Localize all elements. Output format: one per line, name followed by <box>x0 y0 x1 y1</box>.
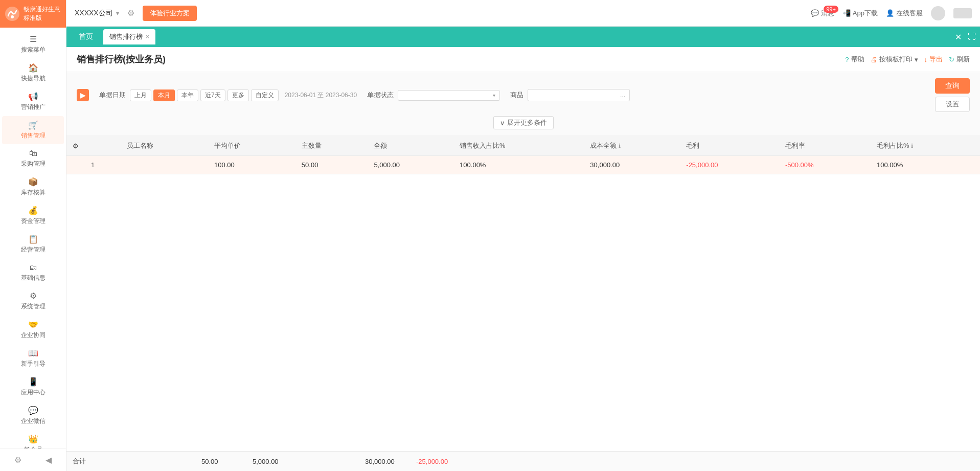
query-button[interactable]: 查询 <box>935 78 970 94</box>
sidebar-item-operation[interactable]: 📋 经营管理 <box>2 230 64 258</box>
sidebar: 畅康通好生意 标准版 ☰ 搜索菜单 🏠 快捷导航 📢 营销推广 🛒 销售管理 🛍… <box>0 0 66 471</box>
filter-goods-item: 商品 ... <box>510 89 630 101</box>
sidebar-nav: ☰ 搜索菜单 🏠 快捷导航 📢 营销推广 🛒 销售管理 🛍 采购管理 📦 库存核… <box>0 28 66 448</box>
app-download-button[interactable]: 📲 App下载 <box>842 9 878 18</box>
th-amount: 全额 <box>368 136 453 156</box>
status-filter-label: 单据状态 <box>367 91 394 100</box>
th-cost: 成本全额 ℹ <box>584 136 680 156</box>
wechat-icon: 💬 <box>28 406 38 415</box>
sidebar-item-search[interactable]: ☰ 搜索菜单 <box>2 30 64 58</box>
sidebar-item-label: 基础信息 <box>21 274 45 282</box>
date-last-month-button[interactable]: 上月 <box>130 89 151 101</box>
help-button[interactable]: ? 帮助 <box>845 55 864 64</box>
date-7days-button[interactable]: 近7天 <box>200 89 225 101</box>
sidebar-item-label: 企业微信 <box>21 417 45 425</box>
sidebar-settings-icon[interactable]: ⚙ <box>12 453 24 467</box>
td-gross: -25,000.00 <box>680 156 779 174</box>
footer-main-qty: 50.00 <box>195 458 246 465</box>
tab-sales-ranking[interactable]: 销售排行榜 × <box>103 29 155 44</box>
filter-expand-row: ∨ 展开更多条件 <box>77 112 970 129</box>
service-icon: 👤 <box>886 9 894 17</box>
date-buttons-group: 上月 本月 本年 近7天 更多 自定义 <box>130 89 279 101</box>
goods-more-icon[interactable]: ... <box>620 92 625 99</box>
filter-right-actions: 查询 设置 <box>935 78 970 112</box>
sidebar-item-sales[interactable]: 🛒 销售管理 <box>2 116 64 144</box>
user-avatar[interactable] <box>931 6 945 20</box>
sidebar-item-shortcut[interactable]: 🏠 快捷导航 <box>2 59 64 87</box>
grosspct-info-icon[interactable]: ℹ <box>911 143 913 149</box>
sidebar-item-guide[interactable]: 📖 新手引导 <box>2 344 64 372</box>
sidebar-item-collab[interactable]: 🤝 企业协同 <box>2 316 64 344</box>
date-this-month-button[interactable]: 本月 <box>153 89 175 101</box>
inventory-icon: 📦 <box>28 177 38 187</box>
print-button[interactable]: 🖨 按模板打印 ▾ <box>871 55 918 64</box>
sidebar-item-label: 经营管理 <box>21 245 45 254</box>
export-icon: ↓ <box>924 56 928 63</box>
expand-more-button[interactable]: ∨ 展开更多条件 <box>493 116 554 129</box>
filter-row-main: ▶ 单据日期 上月 本月 本年 近7天 更多 自定义 2023- <box>77 78 970 112</box>
status-select[interactable]: ▾ <box>398 90 500 101</box>
message-button[interactable]: 💬 消息 99+ <box>811 9 834 18</box>
settings-button[interactable]: 设置 <box>935 97 970 112</box>
trial-button[interactable]: 体验行业方案 <box>143 6 197 21</box>
sidebar-item-finance[interactable]: 💰 资金管理 <box>2 201 64 230</box>
app-label: App下载 <box>853 9 878 18</box>
logo-text: 畅康通好生意 标准版 <box>24 5 60 23</box>
user-name-placeholder <box>953 8 972 18</box>
page-actions: ? 帮助 🖨 按模板打印 ▾ ↓ 导出 ↻ 刷新 <box>845 55 970 64</box>
td-sales-pct: 100.00% <box>453 156 584 174</box>
goods-input[interactable]: ... <box>528 89 630 101</box>
online-service-button[interactable]: 👤 在线客服 <box>886 9 923 18</box>
date-more-button[interactable]: 更多 <box>227 89 249 101</box>
page-title: 销售排行榜(按业务员) <box>77 53 166 65</box>
print-dropdown-icon: ▾ <box>915 56 918 63</box>
footer-cost: 30,000.00 <box>359 458 410 465</box>
sidebar-item-inventory[interactable]: 📦 库存核算 <box>2 173 64 201</box>
app-icon: 📲 <box>842 9 851 17</box>
filter-toggle-button[interactable]: ▶ <box>77 89 89 101</box>
th-name: 员工名称 <box>121 136 208 156</box>
maximize-icon[interactable]: ⛶ <box>968 32 976 41</box>
refresh-button[interactable]: ↻ 刷新 <box>949 55 970 64</box>
sidebar-item-system[interactable]: ⚙ 系统管理 <box>2 287 64 315</box>
footer-amount: 5,000.00 <box>246 458 298 465</box>
date-this-year-button[interactable]: 本年 <box>177 89 198 101</box>
expand-label: 展开更多条件 <box>507 118 547 127</box>
tab-home[interactable]: 首页 <box>71 27 101 47</box>
topbar: XXXXX公司 ▾ ⚙ 体验行业方案 💬 消息 99+ 📲 App下载 👤 在线… <box>66 0 980 27</box>
export-button[interactable]: ↓ 导出 <box>924 55 943 64</box>
th-rank <box>85 136 121 156</box>
sidebar-item-basic[interactable]: 🗂 基础信息 <box>2 259 64 286</box>
sidebar-item-wechat[interactable]: 💬 企业微信 <box>2 401 64 430</box>
topbar-right: 💬 消息 99+ 📲 App下载 👤 在线客服 <box>811 6 972 20</box>
topbar-settings-icon[interactable]: ⚙ <box>127 8 134 18</box>
system-icon: ⚙ <box>30 291 37 301</box>
marketing-icon: 📢 <box>28 92 38 101</box>
td-gross-pct: 100.00% <box>871 156 980 174</box>
arrow-right-icon: ▶ <box>80 91 86 99</box>
date-custom-button[interactable]: 自定义 <box>251 89 279 101</box>
purchase-icon: 🛍 <box>29 149 37 158</box>
th-gross-rate: 毛利率 <box>779 136 871 156</box>
company-selector[interactable]: XXXXX公司 ▾ <box>75 9 119 18</box>
tab-close-icon[interactable]: × <box>146 33 149 40</box>
basic-icon: 🗂 <box>29 263 37 272</box>
sidebar-item-label: 系统管理 <box>21 302 45 311</box>
content-area: 销售排行榜(按业务员) ? 帮助 🖨 按模板打印 ▾ ↓ 导出 <box>66 47 980 471</box>
sidebar-item-member[interactable]: 👑 畅会员 <box>2 430 64 448</box>
sidebar-item-marketing[interactable]: 📢 营销推广 <box>2 87 64 116</box>
footer-cells: 50.00 5,000.00 30,000.00 -25,000.00 <box>113 458 974 465</box>
sidebar-item-purchase[interactable]: 🛍 采购管理 <box>2 145 64 172</box>
data-table-wrap: ⚙ 员工名称 平均单价 主数量 全额 销售收入占比% 成本全额 ℹ 毛利 毛利率… <box>66 136 980 451</box>
main-area: XXXXX公司 ▾ ⚙ 体验行业方案 💬 消息 99+ 📲 App下载 👤 在线… <box>66 0 980 471</box>
goods-filter-label: 商品 <box>510 91 523 100</box>
finance-icon: 💰 <box>28 206 38 215</box>
close-window-icon[interactable]: ✕ <box>955 32 962 42</box>
sidebar-collapse-icon[interactable]: ◀ <box>43 453 54 467</box>
sidebar-item-apps[interactable]: 📱 应用中心 <box>2 373 64 401</box>
filter-bar: ▶ 单据日期 上月 本月 本年 近7天 更多 自定义 2023- <box>66 72 980 136</box>
td-gross-rate: -500.00% <box>779 156 871 174</box>
footer-total-label: 合计 <box>73 457 113 466</box>
filter-date-item: 单据日期 上月 本月 本年 近7天 更多 自定义 2023-06-01 至 20… <box>99 89 357 101</box>
cost-info-icon[interactable]: ℹ <box>619 143 621 149</box>
